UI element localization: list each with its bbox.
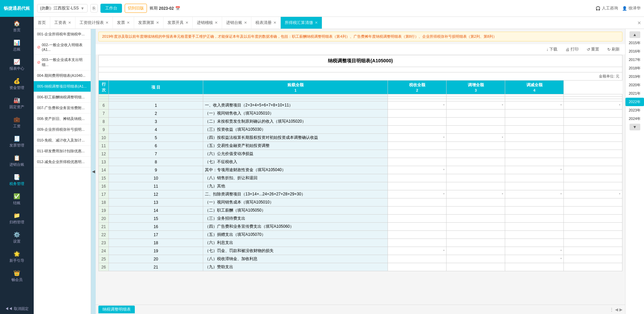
form-item-11[interactable]: 012-减免企业所得税优惠明... [34,157,91,167]
data-cell-17-2[interactable] [505,215,564,223]
sidebar-item-7[interactable]: 📋进销台账 [0,151,34,170]
data-cell-19-0[interactable] [388,231,447,239]
user-menu[interactable]: 👤 徐泽华 [622,5,641,11]
year-scroll-up[interactable]: ▲ [630,31,640,38]
data-cell-8-0[interactable] [388,142,447,150]
company-selector[interactable]: (勿删）江西股宝-LSS ▼ [37,4,88,12]
data-cell-6-3[interactable] [564,126,622,134]
data-cell-11-3[interactable] [564,166,622,174]
tab-close-7[interactable]: ✕ [244,21,247,25]
data-cell-6-2[interactable] [505,126,564,134]
data-cell-15-2[interactable] [505,198,564,207]
data-cell-1-0[interactable] [388,97,447,99]
reset-button[interactable]: ↺ 重置 [585,45,601,53]
data-cell-22-3[interactable] [564,255,622,263]
data-cell-21-0[interactable]: * [388,247,447,255]
data-cell-23-0[interactable] [388,263,447,271]
data-cell-13-0[interactable] [388,182,447,190]
data-cell-18-1[interactable] [447,223,505,231]
data-cell-19-2[interactable] [505,231,564,239]
data-cell-9-2[interactable] [505,150,564,158]
sidebar-item-2[interactable]: 📈报表中心 [0,55,34,74]
data-cell-8-3[interactable] [564,142,622,150]
workbench-button[interactable]: 工作台 [100,4,122,13]
data-cell-21-2[interactable]: * [505,247,564,255]
data-cell-14-0[interactable]: * [388,190,447,198]
data-cell-20-2[interactable] [505,239,564,247]
data-cell-21-3[interactable] [564,247,622,255]
data-cell-23-1[interactable] [447,263,505,271]
tab-5[interactable]: 发票开具✕ [163,17,193,29]
data-cell-1-3[interactable] [564,97,622,99]
data-cell-23-2[interactable] [505,263,564,271]
data-cell-9-1[interactable] [447,150,505,158]
data-cell-20-0[interactable] [388,239,447,247]
tab-close-6[interactable]: ✕ [215,21,218,25]
sidebar-item-12[interactable]: 🌟新手引导 [0,247,34,266]
data-cell-17-3[interactable] [564,215,622,223]
data-cell-8-1[interactable] [447,142,505,150]
sidebar-item-6[interactable]: 🧾发票管理 [0,132,34,151]
sidebar-item-11[interactable]: ⚙️设置 [0,228,34,247]
sidebar-item-9[interactable]: ✅结账 [0,190,34,209]
data-cell-3-1[interactable]: * [447,101,505,109]
tab-close-3[interactable]: ✕ [127,21,130,25]
data-cell-12-3[interactable] [564,174,622,182]
tab-close-8[interactable]: ✕ [273,21,276,25]
refresh-button[interactable]: ↻ 刷新 [605,45,622,53]
data-cell-9-3[interactable] [564,150,622,158]
data-cell-10-0[interactable] [388,158,447,166]
data-cell-22-2[interactable]: * [505,255,564,263]
data-cell-0-3[interactable] [564,94,622,97]
year-item-9[interactable]: 2024年 [625,115,644,123]
tab-2[interactable]: 工资统计报表✕ [75,17,113,29]
calendar-icon[interactable]: 📅 [175,6,180,11]
data-cell-18-3[interactable] [564,223,622,231]
unpin-button[interactable]: ◀◀ 取消固定 [0,304,34,314]
data-cell-2-2[interactable] [505,99,564,101]
close-all-tabs-button[interactable]: ✕ [635,17,644,29]
data-cell-4-2[interactable] [505,109,564,118]
form-item-7[interactable]: 008-资产折旧、摊销及纳税... [34,114,91,124]
data-cell-3-0[interactable]: * [388,101,447,109]
tab-3[interactable]: 发票✕ [113,17,134,29]
year-scroll-down[interactable]: ▼ [630,124,640,130]
tab-close-5[interactable]: ✕ [185,21,188,25]
data-cell-16-3[interactable] [564,207,622,215]
tab-1[interactable]: 工资表✕ [50,17,75,29]
sidebar-item-13[interactable]: 👑畅会员 [0,266,34,286]
data-cell-17-0[interactable] [388,215,447,223]
data-cell-4-0[interactable] [388,109,447,118]
data-cell-13-1[interactable] [447,182,505,190]
tab-close-9[interactable]: ✕ [315,21,318,25]
old-version-button[interactable]: 切到旧版 [125,4,147,13]
print-button[interactable]: 🖨 打印 [563,45,581,53]
tab-close-1[interactable]: ✕ [68,21,71,25]
sidebar-item-4[interactable]: 🏭固定资产 [0,94,34,113]
year-item-6[interactable]: 2021年 [625,89,644,98]
data-cell-4-1[interactable] [447,109,505,118]
tab-close-2[interactable]: ✕ [105,21,109,25]
sidebar-item-5[interactable]: 💼工资 [0,113,34,132]
year-item-7[interactable]: 2022年 [625,98,644,106]
data-cell-0-2[interactable] [505,94,564,97]
year-item-0[interactable]: 2015年 [625,39,644,47]
tab-close-4[interactable]: ✕ [156,21,159,25]
tab-7[interactable]: 进销台账✕ [222,17,251,29]
data-cell-3-2[interactable]: * [505,101,564,109]
data-cell-17-1[interactable] [447,215,505,223]
data-cell-16-1[interactable] [447,207,505,215]
form-item-1[interactable]: ⊘002-一般企业收入明细表(A1... [34,40,91,55]
data-cell-2-0[interactable] [388,99,447,101]
data-cell-14-3[interactable]: * [564,190,622,198]
year-item-5[interactable]: 2020年 [625,81,644,89]
data-cell-19-3[interactable] [564,231,622,239]
data-cell-15-0[interactable] [388,198,447,207]
copy-icon-btn[interactable]: ⎘ [90,4,98,12]
help-button[interactable]: 🎧 人工咨询 [595,5,618,11]
data-cell-11-2[interactable]: * [505,166,564,174]
form-item-9[interactable]: 010-免税、减计收入及加计... [34,135,91,146]
data-cell-7-1[interactable]: * [447,134,505,142]
data-cell-20-3[interactable] [564,239,622,247]
tab-4[interactable]: 发票测算✕ [134,17,163,29]
